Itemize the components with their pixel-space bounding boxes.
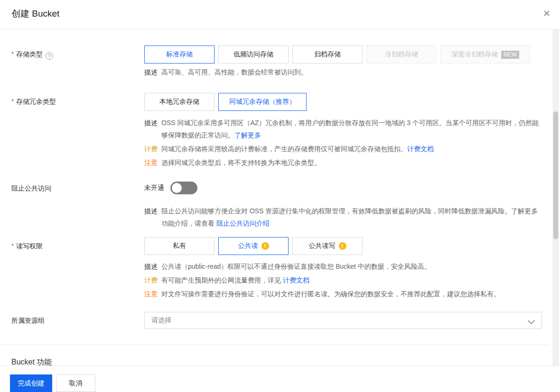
billing-doc-link[interactable]: 计费文档 <box>283 276 309 284</box>
note-tag: 注意 <box>144 156 161 169</box>
block-public-access-control: 未开通 <box>144 182 197 194</box>
note-text: 公共读（public-read）权限可以不通过身份验证直接读取您 Bucket … <box>161 260 431 273</box>
close-icon[interactable]: ✕ <box>540 7 553 20</box>
chevron-down-icon <box>528 317 535 325</box>
option-ia-storage[interactable]: 低频访问存储 <box>218 46 289 64</box>
option-label: 标准存储 <box>166 50 193 59</box>
note-desc: 描述 高可靠、高可用、高性能，数据会经常被访问到。 <box>144 66 541 78</box>
option-label: 公共读 <box>238 242 258 250</box>
option-label: 公共读写 <box>309 242 336 250</box>
note-tag: 描述 <box>144 66 161 78</box>
note-text: 有可能产生预期外的公网流量费用，详见 计费文档 <box>161 274 309 286</box>
resource-group-label-text: 所属资源组 <box>11 317 45 324</box>
select-placeholder: 请选择 <box>151 316 171 325</box>
new-badge: NEW <box>501 51 519 59</box>
option-label: 冷归档存储 <box>385 50 418 59</box>
option-public-read-write[interactable]: 公共读写 ! <box>292 237 363 255</box>
note-billing: 计费 同城冗余存储将采用较高的计费标准，产生的存储费用仅可被同城冗余存储包抵扣。… <box>144 143 541 155</box>
note-tag: 计费 <box>144 143 161 155</box>
option-zrs[interactable]: 同城冗余存储（推荐） <box>218 93 307 111</box>
block-public-access-intro-link[interactable]: 阻止公共访问介绍 <box>216 219 270 227</box>
block-public-access-notes: 描述 阻止公共访问能够方便企业对 OSS 资源进行集中化的权限管理，有效降低数据… <box>144 205 541 229</box>
note-tag: 注意 <box>144 288 161 300</box>
storage-type-label: *存储类型? <box>11 49 53 60</box>
option-public-read[interactable]: 公共读 ! <box>218 237 289 255</box>
note-tag: 计费 <box>144 274 161 286</box>
acl-label: *读写权限 <box>11 241 43 251</box>
note-text: 同城冗余存储将采用较高的计费标准，产生的存储费用仅可被同城冗余存储包抵扣。计费文… <box>161 143 434 155</box>
storage-type-label-text: 存储类型 <box>16 50 43 58</box>
note-tag: 描述 <box>144 205 161 229</box>
note-text: OSS 同城冗余采用多可用区（AZ）冗余机制，将用户的数据分散存放在同一地域的 … <box>161 117 541 141</box>
block-public-access-toggle[interactable] <box>170 182 197 194</box>
note-text-body: OSS 同城冗余采用多可用区（AZ）冗余机制，将用户的数据分散存放在同一地域的 … <box>161 119 539 139</box>
note-desc: 描述 阻止公共访问能够方便企业对 OSS 资源进行集中化的权限管理，有效降低数据… <box>144 205 541 229</box>
note-notice: 注意 对文件写操作需要进行身份验证，可以对文件进行匿名读。为确保您的数据安全，不… <box>144 288 541 300</box>
storage-type-notes: 描述 高可靠、高可用、高性能，数据会经常被访问到。 <box>144 66 541 78</box>
option-standard-storage[interactable]: 标准存储 <box>144 46 215 64</box>
option-private[interactable]: 私有 <box>144 237 215 255</box>
redundancy-label: *存储冗余类型 <box>11 97 56 106</box>
toggle-knob <box>172 183 182 193</box>
note-notice: 注意 选择同城冗余类型后，将不支持转换为本地冗余类型。 <box>144 156 541 169</box>
option-label: 归档存储 <box>314 50 341 59</box>
note-text: 阻止公共访问能够方便企业对 OSS 资源进行集中化的权限管理，有效降低数据被盗刷… <box>161 205 541 229</box>
option-cold-archive-storage: 冷归档存储 <box>366 46 437 64</box>
billing-doc-link[interactable]: 计费文档 <box>407 145 434 153</box>
note-desc: 描述 OSS 同城冗余采用多可用区（AZ）冗余机制，将用户的数据分散存放在同一地… <box>144 117 541 141</box>
note-desc: 描述 公共读（public-read）权限可以不通过身份验证直接读取您 Buck… <box>144 260 541 273</box>
option-label: 私有 <box>173 242 186 250</box>
note-text-body: 有可能产生预期外的公网流量费用，详见 <box>161 276 283 284</box>
dialog-title: 创建 Bucket <box>11 8 59 20</box>
required-asterisk: * <box>11 98 14 105</box>
note-billing: 计费 有可能产生预期外的公网流量费用，详见 计费文档 <box>144 274 541 286</box>
cancel-button[interactable]: 取消 <box>56 374 95 392</box>
block-public-access-label-text: 阻止公共访问 <box>11 184 51 192</box>
note-tag: 描述 <box>144 260 161 273</box>
option-lrs[interactable]: 本地冗余存储 <box>144 93 215 111</box>
required-asterisk: * <box>11 50 14 57</box>
note-text: 选择同城冗余类型后，将不支持转换为本地冗余类型。 <box>161 156 321 169</box>
note-text: 对文件写操作需要进行身份验证，可以对文件进行匿名读。为确保您的数据安全，不推荐此… <box>161 288 500 300</box>
redundancy-label-text: 存储冗余类型 <box>16 98 56 105</box>
option-archive-storage[interactable]: 归档存储 <box>292 46 363 64</box>
note-text: 高可靠、高可用、高性能，数据会经常被访问到。 <box>161 66 308 78</box>
learn-more-link[interactable]: 了解更多 <box>234 131 261 139</box>
note-text-body: 同城冗余存储将采用较高的计费标准，产生的存储费用仅可被同城冗余存储包抵扣。 <box>161 145 407 153</box>
submit-button[interactable]: 完成创建 <box>10 374 52 392</box>
dialog-header: 创建 Bucket ✕ <box>0 0 560 29</box>
redundancy-notes: 描述 OSS 同城冗余采用多可用区（AZ）冗余机制，将用户的数据分散存放在同一地… <box>144 117 541 169</box>
option-deep-cold-archive-storage: 深度冷归档存储 NEW <box>440 46 530 64</box>
option-label: 低频访问存储 <box>233 50 273 59</box>
block-public-access-label: 阻止公共访问 <box>11 183 51 193</box>
redundancy-options: 本地冗余存储 同城冗余存储（推荐） <box>144 93 307 111</box>
section-divider <box>0 345 549 345</box>
required-asterisk: * <box>11 242 14 249</box>
help-icon[interactable]: ? <box>46 52 53 60</box>
acl-label-text: 读写权限 <box>16 242 43 250</box>
resource-group-select[interactable]: 请选择 <box>144 312 542 329</box>
scrollbar-thumb[interactable] <box>553 111 558 239</box>
toggle-state-label: 未开通 <box>144 184 164 192</box>
storage-type-options: 标准存储 低频访问存储 归档存储 冷归档存储 深度冷归档存储 NEW <box>144 46 530 64</box>
option-label: 同城冗余存储（推荐） <box>229 98 296 106</box>
note-tag: 描述 <box>144 117 161 141</box>
resource-group-label: 所属资源组 <box>11 316 45 325</box>
option-label: 深度冷归档存储 <box>451 50 498 59</box>
warning-icon: ! <box>339 242 346 250</box>
acl-options: 私有 公共读 ! 公共读写 ! <box>144 237 363 255</box>
acl-notes: 描述 公共读（public-read）权限可以不通过身份验证直接读取您 Buck… <box>144 260 541 300</box>
warning-icon: ! <box>261 242 269 250</box>
option-label: 本地冗余存储 <box>159 98 199 106</box>
